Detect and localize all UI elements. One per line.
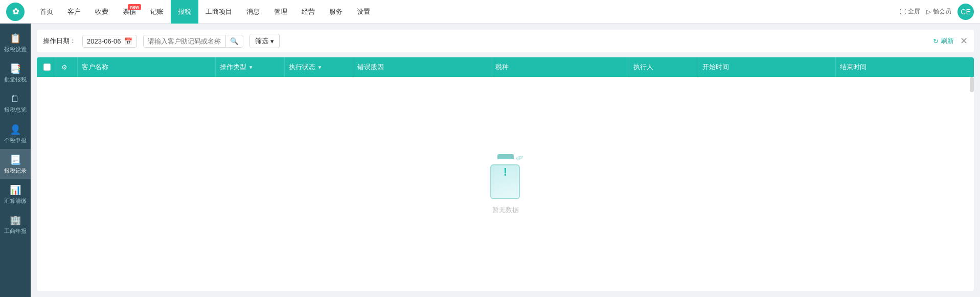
member-button[interactable]: ▷ 畅会员	[926, 7, 951, 16]
sort-exec-status-icon: ▼	[317, 65, 323, 70]
nav-fee[interactable]: 收费	[88, 0, 116, 24]
th-exec-status[interactable]: 执行状态 ▼	[285, 57, 354, 77]
nav-menu: 首页 客户 收费 票据 new 记账 报税 工商项目 消息 管理 经营 服务 设…	[33, 0, 900, 24]
annual-report-icon: 🏢	[10, 215, 21, 226]
search-input[interactable]	[144, 35, 225, 47]
filter-button[interactable]: 筛选 ▾	[249, 34, 280, 48]
empty-text: 暂无数据	[492, 205, 519, 215]
tax-overview-icon: 🗒	[10, 93, 21, 104]
nav-invoice[interactable]: 票据 new	[116, 0, 143, 24]
new-badge: new	[128, 4, 141, 10]
nav-client[interactable]: 客户	[60, 0, 88, 24]
batch-tax-icon: 📑	[10, 63, 21, 74]
calendar-icon: 📅	[124, 37, 132, 45]
fullscreen-icon: ⛶	[900, 8, 906, 15]
avatar[interactable]: CE	[958, 4, 974, 20]
fullscreen-button[interactable]: ⛶ 全屏	[900, 7, 920, 16]
nav-operation[interactable]: 经营	[294, 0, 322, 24]
nav-message[interactable]: 消息	[239, 0, 267, 24]
sidebar-item-tax-settings[interactable]: 📋 报税设置	[0, 28, 31, 58]
clipboard-clip	[497, 154, 514, 159]
main-layout: 📋 报税设置 📑 批量报税 🗒 报税总览 👤 个税申报 📃 报税记录 📊 汇算清…	[0, 24, 980, 297]
member-icon: ▷	[926, 8, 931, 15]
sidebar-item-settlement[interactable]: 📊 汇算清缴	[0, 179, 31, 209]
settings-icon: ⚙	[61, 63, 67, 71]
table-body: ! ✏ 暂无数据	[37, 77, 974, 291]
th-error-reason: 错误股因	[353, 57, 491, 77]
refresh-icon: ↻	[933, 37, 939, 45]
th-checkbox	[37, 57, 57, 77]
date-picker[interactable]: 2023-06-06 📅	[82, 35, 137, 48]
toolbar: 操作日期： 2023-06-06 📅 🔍 筛选 ▾ ↻ 刷新 ✕	[37, 30, 974, 52]
th-op-type[interactable]: 操作类型 ▼	[216, 57, 285, 77]
sort-op-type-icon: ▼	[248, 65, 254, 70]
close-button[interactable]: ✕	[960, 36, 968, 46]
logo-icon: ✿	[12, 7, 19, 16]
tax-record-icon: 📃	[10, 154, 21, 165]
nav-bookkeeping[interactable]: 记账	[143, 0, 171, 24]
refresh-button[interactable]: ↻ 刷新	[933, 36, 954, 46]
empty-illustration: ! ✏	[485, 153, 526, 199]
sidebar-item-personal-tax[interactable]: 👤 个税申报	[0, 119, 31, 149]
search-box: 🔍	[143, 35, 243, 48]
empty-state: ! ✏ 暂无数据	[485, 153, 526, 215]
nav-tax[interactable]: 报税	[171, 0, 198, 24]
nav-settings[interactable]: 设置	[350, 0, 377, 24]
th-settings: ⚙	[57, 57, 78, 77]
th-end-time: 结束时间	[836, 57, 974, 77]
sidebar-item-annual-report[interactable]: 🏢 工商年报	[0, 209, 31, 240]
scrollbar[interactable]	[970, 77, 974, 92]
sidebar-item-tax-record[interactable]: 📃 报税记录	[0, 149, 31, 179]
tax-settings-icon: 📋	[10, 33, 21, 44]
nav-business[interactable]: 工商项目	[198, 0, 239, 24]
exclamation-mark: !	[504, 165, 507, 179]
nav-service[interactable]: 服务	[322, 0, 350, 24]
th-executor: 执行人	[629, 57, 698, 77]
select-all-checkbox[interactable]	[43, 63, 51, 71]
data-table: ⚙ 客户名称 操作类型 ▼ 执行状态 ▼ 错误股因 税种	[37, 57, 974, 291]
date-value: 2023-06-06	[87, 37, 121, 45]
th-start-time: 开始时间	[698, 57, 836, 77]
th-tax-type: 税种	[491, 57, 629, 77]
personal-tax-icon: 👤	[10, 124, 21, 135]
nav-right-actions: ⛶ 全屏 ▷ 畅会员 CE	[900, 4, 974, 20]
content-area: 操作日期： 2023-06-06 📅 🔍 筛选 ▾ ↻ 刷新 ✕	[31, 24, 980, 297]
settlement-icon: 📊	[10, 184, 21, 196]
sidebar-item-tax-overview[interactable]: 🗒 报税总览	[0, 88, 31, 118]
logo[interactable]: ✿	[6, 3, 25, 21]
chevron-down-icon: ▾	[270, 37, 274, 45]
search-icon: 🔍	[230, 37, 239, 45]
table-header: ⚙ 客户名称 操作类型 ▼ 执行状态 ▼ 错误股因 税种	[37, 57, 974, 77]
op-date-label: 操作日期：	[43, 36, 76, 46]
sidebar-item-batch-tax[interactable]: 📑 批量报税	[0, 58, 31, 88]
top-navigation: ✿ 首页 客户 收费 票据 new 记账 报税 工商项目 消息 管理 经营 服务…	[0, 0, 980, 24]
nav-admin[interactable]: 管理	[267, 0, 294, 24]
th-client-name: 客户名称	[78, 57, 216, 77]
sidebar: 📋 报税设置 📑 批量报税 🗒 报税总览 👤 个税申报 📃 报税记录 📊 汇算清…	[0, 24, 31, 297]
nav-home[interactable]: 首页	[33, 0, 60, 24]
pencil-icon: ✏	[514, 152, 525, 164]
search-button[interactable]: 🔍	[225, 35, 243, 47]
